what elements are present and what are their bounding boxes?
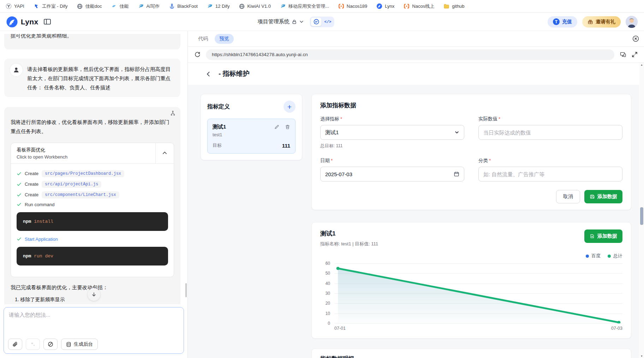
chart-legend: 百度总计 bbox=[320, 253, 622, 259]
scrollbar-thumb[interactable] bbox=[640, 207, 643, 225]
preview-tab-bar: 代码 预览 bbox=[188, 31, 644, 47]
submit-add-data-button[interactable]: 添加数据 bbox=[584, 190, 622, 203]
metric-code: test1 bbox=[213, 132, 290, 137]
collapse-button[interactable] bbox=[155, 143, 174, 163]
code-mode-button[interactable]: </> bbox=[323, 18, 333, 26]
x-tick-label: 07-01 bbox=[334, 326, 346, 331]
chat-sidebar: 据可优化更加美观和精细。 请去掉看板的更新频率，然后优化下界面，指标部分占用高度… bbox=[0, 31, 188, 358]
start-application-step[interactable]: Start Application bbox=[17, 237, 168, 242]
generate-backend-button[interactable]: 生成后台 bbox=[61, 339, 98, 350]
scroll-to-bottom-button[interactable] bbox=[88, 288, 100, 301]
tab-preview[interactable]: 预览 bbox=[215, 34, 234, 44]
add-metric-button[interactable]: + bbox=[284, 101, 296, 113]
anchor-icon bbox=[169, 3, 175, 9]
legend-dot bbox=[608, 255, 611, 258]
bookmark-item[interactable]: KiwiAI V1.0 bbox=[239, 3, 270, 9]
app-logo[interactable]: Lynx bbox=[6, 16, 38, 28]
clipped-message: 据可优化更加美观和精细。 bbox=[4, 34, 180, 49]
bookmark-label: KiwiAI V1.0 bbox=[247, 4, 270, 9]
file-chip[interactable]: src/pages/ProjectDashboard.jsx bbox=[42, 170, 124, 177]
bookmark-label: BlackFoot bbox=[177, 4, 198, 9]
bookmark-label: 佳能doc bbox=[85, 3, 102, 10]
metric-line-chart: 6050403020100 bbox=[320, 263, 622, 323]
bird-icon bbox=[111, 3, 117, 9]
preview-scrollbar[interactable]: ▲ ▼ bbox=[639, 63, 644, 358]
url-field[interactable]: https://shkbln1747661434278.auto.yunji-a… bbox=[206, 49, 614, 60]
y-tick-label: 0 bbox=[328, 321, 330, 326]
scroll-up-arrow[interactable]: ▲ bbox=[639, 64, 644, 66]
workbench-card[interactable]: 看板界面优化 Click to open Workbench Createsrc… bbox=[11, 143, 174, 277]
chat-history[interactable]: 据可优化更加美观和精细。 请去掉看板的更新频率，然后优化下界面，指标部分占用高度… bbox=[0, 31, 185, 304]
lynxfav-icon bbox=[376, 3, 382, 9]
bookmark-item[interactable]: 12 Dify bbox=[207, 3, 229, 9]
stop-button[interactable] bbox=[43, 339, 58, 350]
bookmark-item[interactable]: 佳能doc bbox=[77, 3, 102, 10]
chat-input[interactable] bbox=[9, 312, 179, 334]
globe-icon bbox=[77, 3, 83, 9]
sidebar-toggle-icon[interactable] bbox=[44, 19, 51, 25]
enhance-button[interactable] bbox=[26, 339, 40, 350]
fullscreen-icon[interactable] bbox=[632, 52, 638, 58]
recharge-button[interactable]: T 充值 bbox=[548, 16, 577, 28]
metric-select[interactable]: 测试1 bbox=[320, 125, 464, 140]
metric-name: 测试1 bbox=[213, 124, 226, 130]
actual-value-input[interactable] bbox=[478, 125, 622, 140]
chart-x-labels: 07-01 07-03 bbox=[334, 323, 622, 332]
coin-icon: T bbox=[553, 18, 560, 25]
bookmark-label: Ai写作 bbox=[147, 3, 160, 10]
actual-value-label: 实际数值 bbox=[478, 116, 497, 121]
fork-icon[interactable] bbox=[170, 111, 175, 116]
bookmarks-bar: YAPI工作室 - Dify佳能doc佳能Ai写作BlackFoot12 Dif… bbox=[0, 0, 644, 13]
metric-definition-title: 指标定义 bbox=[207, 103, 230, 111]
bookmark-label: Nacos线上 bbox=[412, 3, 434, 10]
person-icon bbox=[10, 64, 23, 76]
bookmark-label: YAPI bbox=[14, 4, 24, 9]
chevron-down-icon bbox=[299, 19, 304, 24]
sidebar-scrollbar-thumb[interactable] bbox=[185, 283, 187, 297]
category-input[interactable] bbox=[478, 167, 622, 181]
file-chip[interactable]: src/api/projectApi.js bbox=[42, 181, 101, 188]
bookmark-item[interactable]: Ai写作 bbox=[138, 3, 160, 10]
save-icon bbox=[590, 194, 595, 199]
tab-code[interactable]: 代码 bbox=[193, 34, 213, 44]
bookmark-item[interactable]: YAPI bbox=[6, 3, 24, 9]
select-metric-label: 选择指标 bbox=[320, 116, 339, 121]
category-label: 分类 bbox=[478, 158, 488, 163]
responsive-view-icon[interactable] bbox=[620, 52, 626, 58]
gift-icon bbox=[588, 19, 593, 25]
bookmark-item[interactable]: 工作室 - Dify bbox=[34, 3, 68, 10]
workbench-steps: Createsrc/pages/ProjectDashboard.jsxCrea… bbox=[17, 170, 168, 207]
bookmark-item[interactable]: github bbox=[443, 3, 464, 9]
file-chip[interactable]: src/components/LineChart.jsx bbox=[42, 191, 119, 198]
bookmark-item[interactable]: Nacos线上 bbox=[404, 3, 434, 10]
bracket-icon bbox=[404, 3, 410, 9]
y-tick-label: 40 bbox=[326, 281, 330, 286]
bookmark-item[interactable]: 移动应用安全管理... bbox=[280, 3, 329, 10]
flag-icon bbox=[34, 3, 40, 9]
preview-viewport: - 指标维护 指标定义 + 测试1 bbox=[188, 63, 644, 358]
date-input[interactable]: 2025-07-03 bbox=[320, 167, 464, 181]
cancel-button[interactable]: 取消 bbox=[556, 190, 580, 203]
chat-mode-button[interactable] bbox=[311, 18, 322, 26]
refresh-icon[interactable] bbox=[194, 52, 201, 58]
bookmark-item[interactable]: Lynx bbox=[376, 3, 394, 9]
bookmark-item[interactable]: 佳能 bbox=[111, 3, 129, 10]
project-title-group[interactable]: 项目管理系统 bbox=[258, 18, 304, 25]
chart-add-data-button[interactable]: 添加数据 bbox=[584, 229, 622, 243]
bookmark-label: Nacos189 bbox=[347, 4, 368, 9]
edit-icon[interactable] bbox=[274, 124, 280, 130]
metric-item[interactable]: 测试1 test1 目标 111 bbox=[207, 119, 296, 154]
attach-button[interactable] bbox=[8, 339, 22, 350]
right-column: 添加指标数据 选择指标* 测试1 总目标: 111 bbox=[311, 94, 631, 358]
close-icon[interactable] bbox=[632, 35, 639, 42]
delete-icon[interactable] bbox=[285, 124, 290, 130]
workbench-subtitle: Click to open Workbench bbox=[17, 154, 150, 160]
bookmark-item[interactable]: Nacos189 bbox=[338, 3, 368, 9]
back-button[interactable] bbox=[205, 71, 211, 77]
bookmark-item[interactable]: BlackFoot bbox=[169, 3, 198, 9]
workbench-step: Createsrc/pages/ProjectDashboard.jsx bbox=[17, 170, 168, 177]
user-avatar[interactable] bbox=[626, 16, 638, 28]
folder-icon bbox=[443, 3, 449, 9]
scroll-down-arrow[interactable]: ▼ bbox=[639, 355, 644, 357]
invite-button[interactable]: 邀请有礼 bbox=[582, 16, 621, 28]
